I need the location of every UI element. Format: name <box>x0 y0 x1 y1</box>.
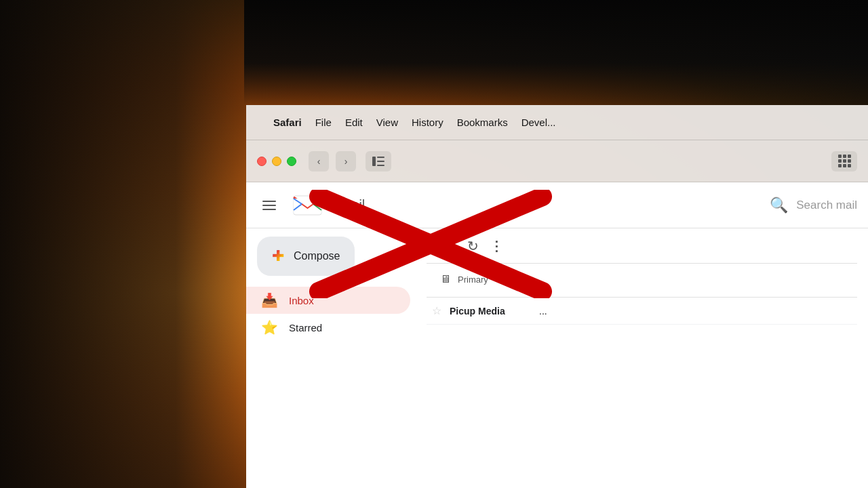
gmail-logo-text: Gmail <box>328 197 365 214</box>
gmail-logo-area: Gmail <box>292 188 414 222</box>
gmail-main: ▾ ↻ ⋮ 🖥 Primary ☆ Picup Media ... <box>416 228 868 453</box>
compose-button[interactable]: ✚ Compose <box>257 237 355 276</box>
gmail-sidebar: ✚ Compose 📥 Inbox ⭐ Starred <box>246 228 416 453</box>
laptop-top-bezel <box>244 0 868 105</box>
back-icon: ‹ <box>317 156 321 167</box>
forward-icon: › <box>344 156 348 167</box>
traffic-lights <box>257 157 296 166</box>
star-icon: ⭐ <box>261 319 278 336</box>
gmail-topbar: Gmail 🔍 Search mail <box>246 182 868 228</box>
svg-rect-2 <box>377 161 384 162</box>
tab-primary[interactable]: 🖥 Primary <box>427 264 502 297</box>
select-all-dropdown[interactable]: ▾ <box>437 239 456 253</box>
sidebar-item-inbox[interactable]: 📥 Inbox <box>246 287 410 314</box>
safari-toolbar: ‹ › <box>246 140 868 182</box>
dropdown-arrow-icon[interactable]: ▾ <box>452 241 456 251</box>
menu-develop[interactable]: Devel... <box>521 117 556 128</box>
inbox-label: Inbox <box>289 295 314 306</box>
svg-rect-3 <box>377 165 384 166</box>
compose-plus-icon: ✚ <box>272 247 284 265</box>
search-mail-label: Search mail <box>796 199 857 212</box>
search-area: 🔍 Search mail <box>425 197 857 214</box>
menu-edit[interactable]: Edit <box>345 117 363 128</box>
hamburger-menu-button[interactable] <box>257 195 281 216</box>
sidebar-toggle-button[interactable] <box>366 151 391 171</box>
starred-label: Starred <box>289 322 322 333</box>
category-tabs: 🖥 Primary <box>427 264 857 298</box>
mac-menubar: Safari File Edit View History Bookmarks … <box>246 105 868 140</box>
tab-overview-button[interactable] <box>831 151 857 171</box>
forward-button[interactable]: › <box>336 151 356 171</box>
menu-bookmarks[interactable]: Bookmarks <box>457 117 508 128</box>
email-star-icon[interactable]: ☆ <box>432 304 441 317</box>
email-subject: ... <box>539 306 852 317</box>
svg-rect-1 <box>377 157 384 158</box>
minimize-button[interactable] <box>272 157 281 166</box>
back-button[interactable]: ‹ <box>309 151 329 171</box>
menu-history[interactable]: History <box>412 117 443 128</box>
close-button[interactable] <box>257 157 267 166</box>
gmail-m-logo <box>292 193 323 218</box>
svg-rect-0 <box>372 157 376 166</box>
gmail-content: Gmail 🔍 Search mail ✚ Compose 📥 Inbox ⭐ … <box>246 182 868 488</box>
gmail-subtoolbar: ▾ ↻ ⋮ <box>427 228 857 264</box>
sidebar-toggle-icon <box>372 157 384 166</box>
gmail-body: ✚ Compose 📥 Inbox ⭐ Starred ▾ ↻ ⋮ <box>246 228 868 453</box>
grid-dots-icon <box>838 155 851 167</box>
laptop-left-bezel <box>0 0 251 488</box>
more-options-button[interactable]: ⋮ <box>490 238 504 254</box>
menu-safari[interactable]: Safari <box>273 117 302 128</box>
table-row[interactable]: ☆ Picup Media ... <box>427 298 857 325</box>
refresh-button[interactable]: ↻ <box>467 238 479 254</box>
maximize-button[interactable] <box>287 157 296 166</box>
sender-name: Picup Media <box>450 306 531 317</box>
select-checkbox[interactable] <box>437 239 451 253</box>
compose-label: Compose <box>294 250 340 262</box>
sidebar-item-starred[interactable]: ⭐ Starred <box>246 314 410 341</box>
primary-tab-icon: 🖥 <box>440 273 451 285</box>
search-icon[interactable]: 🔍 <box>770 197 788 214</box>
primary-tab-label: Primary <box>458 274 488 285</box>
menu-view[interactable]: View <box>376 117 398 128</box>
menu-file[interactable]: File <box>315 117 332 128</box>
inbox-icon: 📥 <box>261 292 278 308</box>
